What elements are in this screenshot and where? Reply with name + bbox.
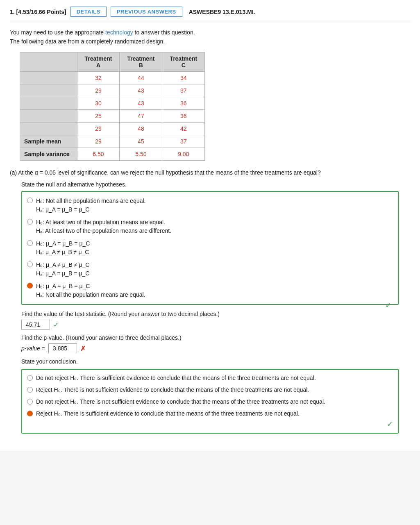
conclusion-option-c4[interactable]: Reject H₀. There is sufficient evidence … [27,409,393,418]
state-hypotheses-label: State the null and alternative hypothese… [21,181,410,188]
technology-link[interactable]: technology [105,29,133,36]
test-stat-label: Find the value of the test statistic. (R… [21,311,410,317]
radio-opt1[interactable] [27,198,33,203]
pvalue-answer-row: p-value = 3.885 ✗ [21,343,410,353]
pvalue-input[interactable]: 3.885 [48,343,77,353]
hypothesis-option-opt4[interactable]: H₀: μ_A ≠ μ_B ≠ μ_CHₐ: μ_A = μ_B = μ_C [27,261,391,278]
hypothesis-checkmark: ✓ [385,301,391,310]
radio-opt5[interactable] [27,283,33,289]
intro-line2: The following data are from a completely… [10,37,410,46]
col-header-c: TreatmentC [162,52,205,71]
points-label: 1. [4.53/16.66 Points] [10,9,66,15]
data-table-section: TreatmentA TreatmentB TreatmentC 3244342… [10,52,410,161]
conclusion-option-c3[interactable]: Do not reject H₀. There is not sufficien… [27,398,393,406]
hypothesis-option-opt1[interactable]: H₀: Not all the population means are equ… [27,197,391,214]
conclusion-label: State your conclusion. [21,358,410,365]
conclusion-options-box: Do not reject H₀. There is sufficient ev… [21,369,399,434]
radio-conc-c4[interactable] [27,411,33,416]
pvalue-prefix: p-value = [21,345,45,352]
intro-section: You may need to use the appropriate tech… [10,28,410,46]
pvalue-cross: ✗ [80,345,86,352]
radio-conc-c1[interactable] [27,375,33,381]
radio-conc-c2[interactable] [27,387,33,393]
hypothesis-option-opt3[interactable]: H₀: μ_A = μ_B = μ_CHₐ: μ_A ≠ μ_B ≠ μ_C [27,239,391,257]
intro-line1: You may need to use the appropriate tech… [10,28,410,37]
previous-answers-button[interactable]: PREVIOUS ANSWERS [111,7,182,17]
conclusion-option-c1[interactable]: Do not reject H₀. There is sufficient ev… [27,374,393,382]
test-stat-check: ✓ [53,321,59,329]
blank-header [20,52,77,71]
hypothesis-option-opt5[interactable]: H₀: μ_A = μ_B = μ_CHₐ: Not all the popul… [27,282,391,299]
conclusion-option-c2[interactable]: Reject H₀. There is not sufficient evide… [27,386,393,394]
hypothesis-option-opt2[interactable]: H₀: At least two of the population means… [27,218,391,235]
radio-opt3[interactable] [27,240,33,246]
col-header-a: TreatmentA [77,52,120,71]
col-header-b: TreatmentB [120,52,162,71]
radio-opt4[interactable] [27,261,33,267]
part-a-question: (a) At the α = 0.05 level of significanc… [10,168,410,177]
question-code: ASWESBE9 13.E.013.MI. [189,9,255,15]
test-stat-input[interactable]: 45.71 [21,320,50,330]
question-header: 1. [4.53/16.66 Points] DETAILS PREVIOUS … [10,7,410,22]
pvalue-label: Find the p-value. (Round your answer to … [21,334,410,341]
details-button[interactable]: DETAILS [70,7,107,17]
hypothesis-options-box: H₀: Not all the population means are equ… [21,191,399,305]
test-stat-answer-row: 45.71 ✓ [21,320,410,330]
radio-opt2[interactable] [27,219,33,225]
radio-conc-c3[interactable] [27,399,33,405]
test-stat-section: Find the value of the test statistic. (R… [21,311,410,365]
conclusion-checkmark: ✓ [27,420,393,429]
data-table: TreatmentA TreatmentB TreatmentC 3244342… [20,52,205,161]
